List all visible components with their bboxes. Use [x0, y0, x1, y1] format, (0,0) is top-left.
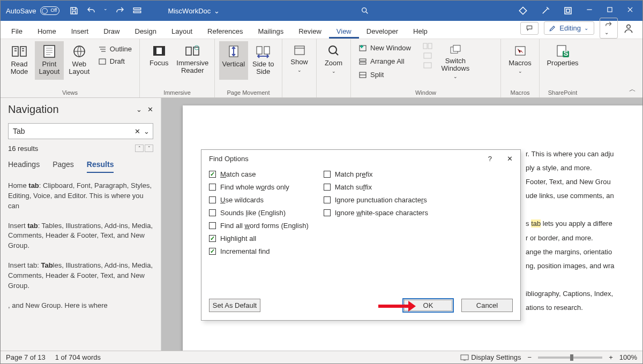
page-indicator[interactable]: Page 7 of 13: [6, 353, 46, 361]
svg-rect-0: [134, 8, 141, 10]
results-count: 16 results: [8, 145, 38, 153]
nav-tab-pages[interactable]: Pages: [53, 159, 74, 173]
macros-button[interactable]: Macros⌄: [505, 41, 535, 80]
display-settings-button[interactable]: Display Settings: [460, 353, 521, 361]
chevron-down-icon[interactable]: ⌄: [136, 105, 142, 113]
autosave-toggle[interactable]: Off: [40, 6, 59, 15]
checkbox[interactable]: [209, 184, 216, 191]
wand-icon[interactable]: [541, 6, 550, 16]
checkbox[interactable]: [209, 171, 216, 178]
checkbox[interactable]: [209, 209, 216, 216]
tab-insert[interactable]: Insert: [64, 25, 96, 39]
tab-design[interactable]: Design: [128, 25, 164, 39]
option-ignore-punctuation-characters[interactable]: Ignore punctuation characters: [324, 196, 428, 204]
help-icon[interactable]: ?: [488, 155, 492, 163]
read-mode-button[interactable]: Read Mode: [5, 41, 34, 80]
tab-developer[interactable]: Developer: [359, 25, 406, 39]
checkbox[interactable]: [324, 171, 331, 178]
search-button[interactable]: [220, 5, 510, 17]
zoom-button[interactable]: Zoom⌄: [321, 41, 346, 80]
list-item[interactable]: , and New Group. Here is where: [8, 301, 153, 311]
side-to-side-button[interactable]: Side to Side: [249, 41, 278, 80]
tab-layout[interactable]: Layout: [164, 25, 200, 39]
prev-result-icon[interactable]: ˄: [135, 145, 144, 152]
cancel-button[interactable]: Cancel: [461, 299, 513, 312]
tab-mailings[interactable]: Mailings: [251, 25, 291, 39]
tab-draw[interactable]: Draw: [96, 25, 127, 39]
switch-windows-button[interactable]: Switch Windows⌄: [437, 41, 474, 80]
undo-icon[interactable]: [86, 6, 96, 16]
word-count[interactable]: 1 of 704 words: [55, 353, 101, 361]
option-ignore-white-space-characters[interactable]: Ignore white-space characters: [324, 209, 428, 217]
arrange-all-button[interactable]: Arrange All: [355, 56, 414, 67]
option-match-case[interactable]: Match case: [209, 170, 309, 178]
checkbox[interactable]: [324, 209, 331, 216]
print-layout-button[interactable]: Print Layout: [35, 41, 64, 80]
search-input[interactable]: ✕ ⌄: [8, 123, 153, 139]
tab-help[interactable]: Help: [406, 25, 435, 39]
checkbox[interactable]: [209, 196, 216, 203]
option-highlight-all[interactable]: Highlight all: [209, 234, 309, 242]
immersive-reader-button[interactable]: Immersive Reader: [175, 41, 210, 80]
search-input-field[interactable]: [12, 126, 131, 136]
outline-button[interactable]: Outline: [95, 43, 135, 55]
split-button[interactable]: Split: [355, 69, 414, 80]
tab-home[interactable]: Home: [30, 25, 64, 39]
list-item[interactable]: Home tab: Clipboard, Font, Paragraph, St…: [8, 181, 153, 211]
close-icon[interactable]: ✕: [507, 155, 513, 163]
nav-tab-results[interactable]: Results: [87, 159, 114, 173]
svg-rect-24: [424, 53, 431, 58]
tab-references[interactable]: References: [200, 25, 250, 39]
user-icon[interactable]: [623, 23, 634, 34]
checkbox[interactable]: [324, 184, 331, 191]
editing-mode-button[interactable]: Editing ⌄: [544, 21, 594, 35]
nav-tab-headings[interactable]: Headings: [8, 159, 40, 173]
diamond-icon[interactable]: [518, 6, 528, 16]
list-item[interactable]: Insert tab: Tables, Illustrations, Add-i…: [8, 221, 153, 252]
show-button[interactable]: Show⌄: [287, 41, 312, 80]
option-find-whole-words-only[interactable]: Find whole words only: [209, 183, 309, 191]
save-icon[interactable]: [69, 6, 79, 16]
option-match-suffix[interactable]: Match suffix: [324, 183, 428, 191]
focus-button[interactable]: Focus: [144, 41, 174, 80]
option-sounds-like-english-[interactable]: Sounds like (English): [209, 209, 309, 217]
checkbox[interactable]: [209, 248, 216, 255]
collapse-ribbon-icon[interactable]: ︿: [623, 85, 642, 97]
maximize-icon[interactable]: [606, 6, 614, 16]
option-incremental-find[interactable]: Incremental find: [209, 247, 309, 255]
zoom-level[interactable]: 100%: [619, 353, 637, 361]
clear-icon[interactable]: ✕: [131, 127, 144, 135]
close-icon[interactable]: ✕: [147, 105, 153, 113]
next-result-icon[interactable]: ˅: [145, 145, 153, 152]
redo-icon[interactable]: [115, 6, 125, 16]
tab-view[interactable]: View: [329, 25, 359, 39]
zoom-in-icon[interactable]: +: [609, 353, 613, 361]
draft-button[interactable]: Draft: [95, 56, 135, 67]
zoom-out-icon[interactable]: −: [528, 353, 532, 361]
customize-qat-icon[interactable]: [132, 6, 142, 16]
zoom-slider[interactable]: [538, 357, 602, 359]
comments-button[interactable]: [520, 22, 539, 35]
list-item[interactable]: Insert tab: Tables, Illustrations, Add-i…: [8, 261, 153, 291]
checkbox[interactable]: [324, 196, 331, 203]
option-find-all-word-forms-english-[interactable]: Find all word forms (English): [209, 222, 309, 230]
set-as-default-button[interactable]: Set As Default: [209, 299, 260, 312]
new-window-button[interactable]: New Window: [355, 42, 414, 54]
minimize-icon[interactable]: [586, 6, 593, 16]
tab-file[interactable]: File: [4, 25, 30, 39]
checkbox[interactable]: [209, 235, 216, 242]
undo-dropdown-icon[interactable]: ⌄: [103, 6, 108, 16]
web-layout-button[interactable]: Web Layout: [65, 41, 94, 80]
option-use-wildcards[interactable]: Use wildcards: [209, 196, 309, 204]
chevron-down-icon[interactable]: ⌄: [144, 127, 149, 135]
close-icon[interactable]: [626, 6, 634, 16]
tab-review[interactable]: Review: [291, 25, 329, 39]
share-button[interactable]: ⌄: [600, 18, 618, 39]
app-switch-icon[interactable]: [563, 6, 573, 16]
checkbox[interactable]: [209, 222, 216, 229]
option-match-prefix[interactable]: Match prefix: [324, 170, 428, 178]
properties-button[interactable]: SProperties: [544, 41, 581, 80]
vertical-button[interactable]: Vertical: [219, 41, 248, 80]
document-title[interactable]: MiscWorkDoc ⌄: [168, 7, 220, 15]
autosave[interactable]: AutoSave Off: [1, 6, 65, 15]
